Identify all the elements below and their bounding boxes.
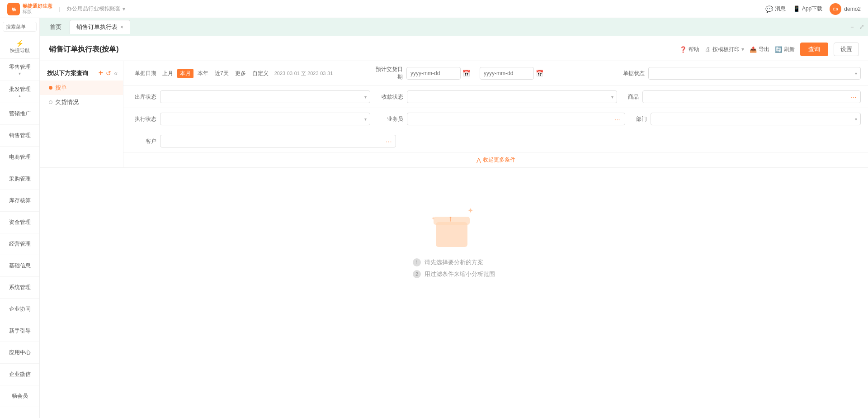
export-label: 导出 [759,46,769,53]
left-panel-header: 按以下方案查询 + ↺ « [40,66,123,81]
tab-expand-icon[interactable]: ⤢ [859,23,864,31]
customer-section: ··· [160,135,396,147]
app-download-action[interactable]: 📱 App下载 [793,5,822,13]
receipt-status-select[interactable] [407,90,617,103]
expected-date-from[interactable] [406,67,461,80]
sidebar-item-system[interactable]: 系统管理 [0,277,39,299]
status-select[interactable]: 全部 审核 未审核 [648,67,861,80]
search-btn[interactable]: 查询 [800,43,828,56]
page-header: 销售订单执行表(按单) ❓ 帮助 🖨 按模板打印 ▾ 📤 导出 [40,36,868,61]
out-status-select[interactable] [160,90,370,103]
sidebar-item-retail[interactable]: 零售管理 ▾ [0,59,39,81]
enterprise-label: 企业协同 [9,305,31,313]
date-tab-7days[interactable]: 近7天 [212,69,231,78]
svg-text:✦: ✦ [431,216,435,221]
print-dropdown-icon[interactable]: ▾ [741,46,744,52]
sidebar-item-newbie[interactable]: 新手引导 [0,320,39,342]
print-btn[interactable]: 🖨 按模板打印 ▾ [705,46,744,53]
out-status-section: ▾ [160,90,370,103]
quick-nav-label: 快捷导航 [10,47,30,54]
date-tab-custom[interactable]: 自定义 [250,69,271,78]
collapse-bar[interactable]: ⋀ 收起更多条件 [123,152,868,167]
expected-date-section: 📅 — 📅 [406,67,619,80]
export-btn[interactable]: 📤 导出 [750,46,769,53]
purchase-label: 采购管理 [9,175,31,183]
tip2-text: 用过滤条件来缩小分析范围 [425,270,495,278]
help-btn[interactable]: ❓ 帮助 [679,46,699,53]
scheme-item-shortage[interactable]: 欠货情况 [40,95,123,109]
dept-label: 部门 [632,115,651,123]
date-tab-last-month[interactable]: 上月 [160,69,175,78]
sidebar-item-sales[interactable]: 销售管理 [0,125,39,147]
customer-dots-btn[interactable]: ··· [386,138,392,145]
calendar-icon-to[interactable]: 📅 [536,70,543,77]
collapse-panel-btn[interactable]: « [114,70,118,77]
tab-sales-label: 销售订单执行表 [76,23,118,31]
retail-arrow: ▾ [19,71,21,76]
status-section: 全部 审核 未审核 ▾ [648,67,861,80]
user-action[interactable]: Ea demo2 [830,3,861,15]
sidebar-item-finance[interactable]: 资金管理 [0,212,39,233]
empty-illustration: ✦ ✦ ↑ [427,204,481,249]
empty-state: ✦ ✦ ↑ 1 请先选择要分析的方案 2 用过滤条件来缩小分析范围 [40,168,868,314]
empty-tip-1: 1 请先选择要分析的方案 [413,258,495,266]
breadcrumb[interactable]: 办公用品行业模拟账套 ▾ [66,5,125,13]
exec-status-label: 执行状态 [131,115,160,123]
collapse-label: 收起更多条件 [483,156,515,164]
refresh-icon: 🔄 [775,46,782,53]
tab-sales-order[interactable]: 销售订单执行表 × [70,20,130,34]
refresh-scheme-btn[interactable]: ↺ [106,70,111,77]
sidebar-item-marketing[interactable]: 营销推广 [0,103,39,125]
receipt-status-section: ▾ [407,90,617,103]
refresh-btn[interactable]: 🔄 刷新 [775,46,795,53]
settings-btn[interactable]: 设置 [834,43,859,56]
sidebar-item-inventory[interactable]: 库存核算 [0,190,39,212]
search-input[interactable] [3,22,37,32]
message-action[interactable]: 💬 消息 [765,5,786,13]
logo-text-line1: 畅捷通好生意 [23,3,52,9]
receipt-status-label: 收款状态 [377,93,407,101]
calendar-icon-from[interactable]: 📅 [462,70,470,77]
scheme-item-order[interactable]: 按单 [40,81,123,95]
app-download-label: App下载 [802,5,822,13]
scheme-order-label: 按单 [55,84,67,92]
filter-right: 单据日期 上月 本月 本年 近7天 更多 自定义 2023-03-01 至 20… [123,61,868,167]
sidebar-item-basic[interactable]: 基础信息 [0,255,39,277]
sidebar-item-ecom[interactable]: 电商管理 [0,147,39,168]
goods-dots-btn[interactable]: ··· [850,94,857,100]
retail-label: 零售管理 [9,63,31,71]
logo-icon: 畅 [7,3,20,15]
sidebar-search-area [0,18,39,35]
tab-minimize-icon[interactable]: － [849,23,855,31]
dept-section: ▾ [651,113,861,125]
tab-home[interactable]: 首页 [43,20,68,34]
sidebar-item-app-center[interactable]: 应用中心 [0,342,39,364]
tip1-text: 请先选择要分析的方案 [425,258,483,266]
app-center-label: 应用中心 [9,349,31,356]
expected-date-to[interactable] [480,67,534,80]
date-tab-more[interactable]: 更多 [233,69,248,78]
empty-tips: 1 请先选择要分析的方案 2 用过滤条件来缩小分析范围 [413,258,495,278]
sidebar-item-purchase[interactable]: 采购管理 [0,168,39,190]
svg-text:畅: 畅 [12,7,16,12]
dot-outline-icon [49,100,52,104]
dept-select[interactable] [651,113,861,125]
add-scheme-btn[interactable]: + [99,68,104,78]
date-tab-this-year[interactable]: 本年 [195,69,211,78]
sidebar-item-wholesale[interactable]: 批发管理 ▴ [0,81,39,103]
system-label: 系统管理 [9,284,31,291]
exec-status-select[interactable] [160,113,370,125]
salesperson-dots-btn[interactable]: ··· [615,116,621,123]
sidebar-item-enterprise[interactable]: 企业协同 [0,299,39,320]
breadcrumb-dropdown-icon[interactable]: ▾ [123,6,125,12]
sidebar-item-wechat[interactable]: 企业微信 [0,364,39,385]
message-label: 消息 [775,5,786,13]
sidebar-item-quick-nav[interactable]: ⚡ 快捷导航 [0,35,39,59]
date-tab-this-month[interactable]: 本月 [177,69,193,78]
sidebar-item-operation[interactable]: 经营管理 [0,233,39,255]
collapse-chevron-icon: ⋀ [476,157,481,163]
sidebar-item-member[interactable]: 畅会员 [0,385,39,407]
tab-close-btn[interactable]: × [120,24,123,30]
top-bar-right: 💬 消息 📱 App下载 Ea demo2 [765,3,861,15]
newbie-label: 新手引导 [9,327,31,335]
